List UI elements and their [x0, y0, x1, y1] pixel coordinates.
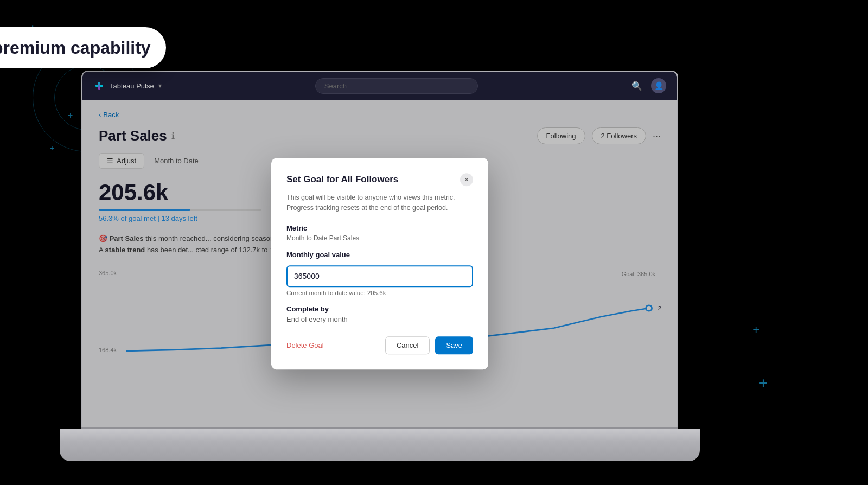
deco-plus-5: + — [752, 323, 760, 337]
modal-description: This goal will be visible to anyone who … — [286, 193, 473, 213]
cancel-button[interactable]: Cancel — [385, 336, 430, 354]
user-avatar[interactable]: 👤 — [651, 78, 666, 93]
laptop-frame: Tableau Pulse ▾ Search 🔍 👤 — [81, 71, 678, 461]
tableau-pulse-icon — [93, 80, 105, 92]
premium-badge: premium capability — [0, 27, 166, 68]
delete-goal-button[interactable]: Delete Goal — [286, 341, 324, 349]
premium-text: premium capability — [0, 38, 151, 58]
search-icon[interactable]: 🔍 — [631, 81, 642, 91]
nav-search-container: Search — [168, 78, 625, 94]
save-button[interactable]: Save — [435, 336, 473, 354]
monthly-goal-input[interactable] — [286, 265, 473, 287]
nav-search-bar[interactable]: Search — [315, 78, 478, 94]
deco-plus-6: + — [759, 374, 768, 392]
laptop-base — [60, 429, 700, 461]
modal-metric-label: Metric — [286, 224, 473, 232]
modal-dialog: Set Goal for All Followers × This goal w… — [271, 158, 488, 369]
modal-hint: Current month to date value: 205.6k — [286, 290, 473, 296]
avatar-icon: 👤 — [654, 81, 663, 90]
nav-logo: Tableau Pulse ▾ — [93, 80, 162, 92]
modal-goal-label: Monthly goal value — [286, 251, 473, 259]
modal-completeby-label: Complete by — [286, 305, 473, 313]
modal-header: Set Goal for All Followers × — [286, 173, 473, 186]
modal-footer: Delete Goal Cancel Save — [286, 336, 473, 354]
app-ui: Tableau Pulse ▾ Search 🔍 👤 — [82, 72, 677, 427]
main-content: ‹ Back Part Sales ℹ Following 2 Follower… — [82, 100, 677, 427]
nav-icons: 🔍 👤 — [631, 78, 666, 93]
close-icon: × — [464, 175, 469, 184]
svg-rect-3 — [98, 82, 100, 90]
laptop-screen: Tableau Pulse ▾ Search 🔍 👤 — [81, 71, 678, 429]
deco-plus-4: + — [50, 144, 54, 152]
modal-metric-value: Month to Date Part Sales — [286, 234, 473, 242]
modal-goal-field: Monthly goal value Current month to date… — [286, 251, 473, 296]
nav-dropdown-arrow[interactable]: ▾ — [158, 82, 162, 90]
nav-app-name: Tableau Pulse — [110, 82, 154, 90]
modal-metric-field: Metric Month to Date Part Sales — [286, 224, 473, 242]
modal-completeby-value: End of every month — [286, 315, 473, 323]
modal-close-button[interactable]: × — [460, 173, 473, 186]
modal-title: Set Goal for All Followers — [286, 174, 398, 185]
modal-footer-right: Cancel Save — [385, 336, 473, 354]
top-nav: Tableau Pulse ▾ Search 🔍 👤 — [82, 72, 677, 100]
search-placeholder: Search — [324, 82, 347, 90]
modal-completeby-field: Complete by End of every month — [286, 305, 473, 323]
